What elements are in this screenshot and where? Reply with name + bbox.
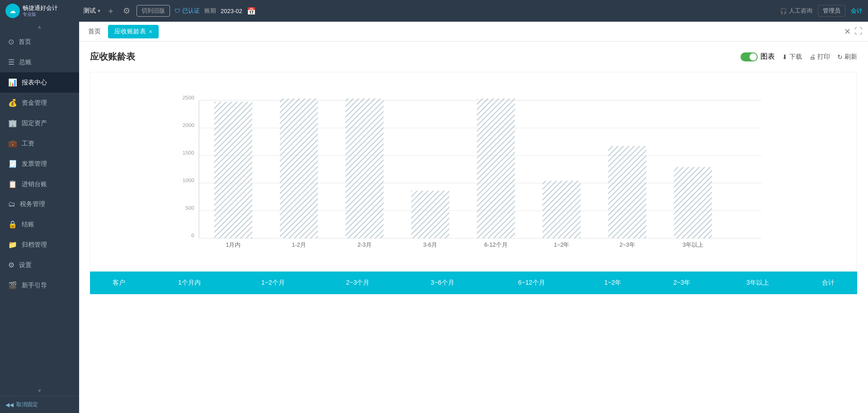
- sidebar-item-settings[interactable]: ⚙ 设置: [0, 255, 79, 275]
- sidebar-item-funds[interactable]: 💰 资金管理: [0, 93, 79, 113]
- invoice-icon: 🧾: [8, 160, 17, 168]
- tab-accounts-receivable[interactable]: 应收账龄表 ×: [108, 25, 159, 38]
- logo-area: ☁ 畅捷通好会计 专业版: [5, 4, 78, 18]
- support-button[interactable]: 🎧 人工咨询: [780, 7, 812, 15]
- unpin-button[interactable]: ◀◀ 取消固定: [5, 401, 38, 408]
- sidebar-item-guide[interactable]: 🎬 新手引导: [0, 275, 79, 296]
- ledger-icon: ☰: [8, 58, 14, 66]
- switch-version-button[interactable]: 切到旧版: [137, 5, 170, 17]
- col-header-1-2y: 1~2年: [578, 272, 647, 294]
- sidebar-footer: ◀◀ 取消固定: [0, 396, 79, 413]
- col-header-2-3y: 2~3年: [647, 272, 717, 294]
- svg-text:1~2年: 1~2年: [554, 242, 569, 248]
- scroll-down-arrow[interactable]: ▼: [0, 386, 79, 396]
- headphone-icon: 🎧: [780, 8, 787, 14]
- header-main: 测试 ▾ ＋ ⚙ 切到旧版 🛡 已认证 账期 2023-02 📅: [83, 4, 774, 18]
- header-right: 🎧 人工咨询 管理员 会计: [780, 5, 863, 17]
- expand-button[interactable]: ⛶: [854, 27, 863, 37]
- sidebar-item-close[interactable]: 🔒 结账: [0, 214, 79, 235]
- download-icon: ⬇: [782, 53, 788, 61]
- logo-icon: ☁: [5, 4, 20, 18]
- tab-close-button[interactable]: ×: [149, 28, 152, 35]
- period-value: 2023-02: [221, 8, 242, 14]
- funds-icon: 💰: [8, 99, 17, 107]
- sidebar-item-archive[interactable]: 📁 归档管理: [0, 235, 79, 255]
- settings-nav-icon: ⚙: [8, 261, 14, 269]
- logo-text: 畅捷通好会计 专业版: [23, 5, 58, 17]
- table-header: 客户 1个月内 1~2个月 2~3个月 3~6个月 6~12个月 1~2年 2~…: [90, 272, 857, 294]
- role-button[interactable]: 会计: [851, 7, 863, 15]
- svg-text:6-12个月: 6-12个月: [484, 242, 507, 248]
- report-container: 应收账龄表 图表 ⬇ 下载 🖨 打印: [79, 42, 868, 413]
- col-header-3-6m: 3~6个月: [400, 272, 485, 294]
- col-header-2-3m: 2~3个月: [316, 272, 400, 294]
- col-header-3y-plus: 3年以上: [717, 272, 799, 294]
- report-header: 应收账龄表 图表 ⬇ 下载 🖨 打印: [90, 51, 857, 63]
- table-header-row: 客户 1个月内 1~2个月 2~3个月 3~6个月 6~12个月 1~2年 2~…: [90, 272, 857, 294]
- print-icon: 🖨: [809, 53, 816, 61]
- bar-1-2月: [280, 99, 318, 238]
- tab-bar-right: ✕ ⛶: [844, 27, 863, 37]
- col-header-1m: 1个月内: [148, 272, 231, 294]
- guide-icon: 🎬: [8, 281, 17, 290]
- bar-2-3年: [608, 146, 646, 238]
- unpin-icon: ◀◀: [5, 402, 14, 408]
- chart-label: 图表: [760, 52, 775, 61]
- sidebar-item-reports[interactable]: 📊 报表中心: [0, 72, 79, 93]
- purchase-icon: 📋: [8, 180, 17, 188]
- accounts-receivable-table: 客户 1个月内 1~2个月 2~3个月 3~6个月 6~12个月 1~2年 2~…: [90, 272, 857, 294]
- home-icon: ⊙: [8, 38, 14, 46]
- svg-text:2500: 2500: [183, 95, 194, 100]
- archive-icon: 📁: [8, 240, 17, 249]
- svg-text:2000: 2000: [183, 122, 194, 128]
- chart-svg-container: 0 500 1000 1500 2000 2500: [99, 81, 848, 262]
- sidebar-item-invoice[interactable]: 🧾 发票管理: [0, 154, 79, 174]
- page-content: 应收账龄表 图表 ⬇ 下载 🖨 打印: [79, 42, 868, 413]
- sidebar-item-salary[interactable]: 💼 工资: [0, 133, 79, 154]
- main-layout: ▲ ⊙ 首页 ☰ 总账 📊 报表中心 💰 资金管理 🏢 固定资产: [0, 22, 868, 413]
- reports-icon: 📊: [8, 78, 17, 87]
- tax-icon: 🗂: [8, 200, 15, 208]
- bar-chart: 0 500 1000 1500 2000 2500: [99, 81, 848, 262]
- col-header-total: 合计: [799, 272, 857, 294]
- close-accounts-icon: 🔒: [8, 220, 17, 229]
- svg-text:1-2月: 1-2月: [292, 242, 306, 248]
- content-area: 首页 应收账龄表 × ✕ ⛶ 应收账龄表 图表: [79, 22, 868, 413]
- scroll-up-arrow[interactable]: ▲: [0, 22, 79, 32]
- sidebar-scroll: ⊙ 首页 ☰ 总账 📊 报表中心 💰 资金管理 🏢 固定资产 💼 工资: [0, 32, 79, 386]
- col-header-customer: 客户: [90, 272, 148, 294]
- svg-text:1500: 1500: [183, 150, 194, 155]
- period-label: 账期: [204, 7, 216, 15]
- col-header-6-12m: 6~12个月: [485, 272, 578, 294]
- svg-text:2~3年: 2~3年: [619, 242, 635, 248]
- download-button[interactable]: ⬇ 下载: [782, 53, 802, 61]
- tab-home[interactable]: 首页: [85, 28, 104, 36]
- salary-icon: 💼: [8, 139, 17, 148]
- chart-toggle-switch[interactable]: [741, 52, 758, 61]
- sidebar-item-home[interactable]: ⊙ 首页: [0, 32, 79, 52]
- bar-3-6月: [411, 191, 449, 238]
- user-button[interactable]: 管理员: [818, 5, 845, 17]
- sidebar-item-assets[interactable]: 🏢 固定资产: [0, 113, 79, 133]
- add-button[interactable]: ＋: [105, 4, 117, 18]
- calendar-icon[interactable]: 📅: [247, 7, 256, 15]
- report-title: 应收账龄表: [90, 51, 135, 63]
- report-actions: 图表 ⬇ 下载 🖨 打印 ↻ 刷新: [741, 52, 857, 61]
- data-table-wrapper: 客户 1个月内 1~2个月 2~3个月 3~6个月 6~12个月 1~2年 2~…: [90, 272, 857, 294]
- svg-text:1000: 1000: [183, 178, 194, 183]
- assets-icon: 🏢: [8, 119, 17, 127]
- tab-bar: 首页 应收账龄表 × ✕ ⛶: [79, 22, 868, 42]
- bar-6-12月: [477, 99, 515, 238]
- sidebar-item-ledger[interactable]: ☰ 总账: [0, 52, 79, 72]
- bar-2-3月: [345, 99, 383, 238]
- bar-3年以上: [674, 167, 712, 238]
- close-panel-button[interactable]: ✕: [844, 27, 851, 37]
- col-header-1-2m: 1~2个月: [231, 272, 315, 294]
- chevron-down-icon: ▾: [98, 8, 100, 14]
- sidebar-item-tax[interactable]: 🗂 税务管理: [0, 194, 79, 214]
- print-button[interactable]: 🖨 打印: [809, 53, 830, 61]
- company-selector[interactable]: 测试 ▾: [83, 7, 100, 15]
- settings-icon[interactable]: ⚙: [121, 4, 132, 18]
- sidebar-item-purchase[interactable]: 📋 进销台账: [0, 174, 79, 194]
- refresh-button[interactable]: ↻ 刷新: [837, 53, 857, 61]
